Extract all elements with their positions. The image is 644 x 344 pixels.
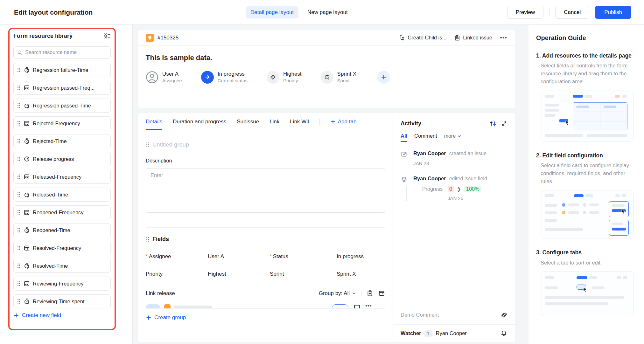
paperclip-icon[interactable] <box>500 312 507 318</box>
publish-button[interactable]: Publish <box>595 6 631 19</box>
tab-details[interactable]: Details <box>146 113 162 130</box>
resource-item[interactable]: Resolved-Frequency <box>13 241 111 255</box>
drag-handle-icon[interactable] <box>17 227 21 233</box>
resource-item[interactable]: Rejected-Frequency <box>13 116 111 130</box>
field-label-priority[interactable]: Priority <box>146 271 208 277</box>
drag-handle-icon[interactable] <box>146 237 150 242</box>
plus-icon <box>330 119 336 124</box>
resource-item[interactable]: Regression passed-Time <box>13 99 111 113</box>
comment-input[interactable] <box>401 312 497 318</box>
more-actions-button[interactable]: ••• <box>500 34 507 41</box>
resource-item[interactable]: Reviewing-Frequency <box>13 277 111 291</box>
issue-id: #150325 <box>158 35 178 41</box>
resource-item[interactable]: Reopened-Frequency <box>13 205 111 219</box>
tab-new-page-layout[interactable]: New page layout <box>307 9 348 16</box>
group-title[interactable]: Untitled group <box>152 141 189 148</box>
frequency-field-icon <box>24 245 30 251</box>
sort-order-icon[interactable] <box>490 120 496 127</box>
status-chip[interactable]: In progressCurrent status <box>201 71 248 84</box>
guide-title: Operation Guide <box>536 34 631 42</box>
drag-handle-icon[interactable] <box>17 67 21 73</box>
resource-item[interactable]: Released-Time <box>13 188 111 202</box>
field-label-assignee[interactable]: *Assignee <box>146 253 208 260</box>
drag-handle-icon[interactable] <box>17 85 21 91</box>
field-value-sprint[interactable]: Sprint X <box>337 271 385 277</box>
tab-detail-page-layout[interactable]: Detail page layout <box>246 6 298 18</box>
issue-preview-card: #150325 Create Child is... Linked issue … <box>138 30 515 108</box>
field-label-sprint[interactable]: Sprint <box>270 271 337 277</box>
priority-chip[interactable]: HighestPriority <box>267 71 302 84</box>
activity-entry: Ryan Cooperedited issue field Progress 0… <box>401 175 507 201</box>
drag-handle-icon[interactable] <box>17 299 21 304</box>
layers-icon <box>401 175 413 183</box>
resource-item[interactable]: Rejected-Time <box>13 134 111 148</box>
resource-item[interactable]: Released-Frequency <box>13 170 111 184</box>
cursor-icon <box>621 209 626 214</box>
link-release-label[interactable]: Link release <box>146 290 175 297</box>
field-value-assignee[interactable]: User A <box>208 253 270 260</box>
drag-handle-icon[interactable] <box>17 210 21 215</box>
expand-icon[interactable] <box>501 120 507 127</box>
field-label-status[interactable]: *Status <box>270 253 337 260</box>
drag-handle-icon[interactable] <box>17 103 21 108</box>
issue-type-icon <box>146 34 154 42</box>
assignee-chip[interactable]: User AAssignee <box>146 71 182 84</box>
tab-link-wil[interactable]: Link Wil <box>290 113 309 130</box>
tabs-divider <box>319 119 320 125</box>
actions-divider <box>549 9 550 16</box>
drag-handle-icon[interactable] <box>146 142 150 148</box>
activity-title: Activity <box>401 120 421 127</box>
activity-tab-all[interactable]: All <box>401 133 407 142</box>
sprint-chip[interactable]: Sprint XSprint <box>321 71 356 84</box>
collapse-panel-icon[interactable] <box>104 32 111 39</box>
plus-icon <box>13 313 19 318</box>
linked-issue-button[interactable]: Linked issue <box>454 35 492 41</box>
activity-tab-comment[interactable]: Comment <box>414 133 437 142</box>
form-resource-library-panel: Form resource library Regression failure… <box>0 25 133 344</box>
tab-link[interactable]: Link <box>270 113 279 130</box>
tab-subissue[interactable]: Subissue <box>237 113 259 130</box>
resource-item[interactable]: Regression passed-Freq... <box>13 81 111 95</box>
change-arrow-icon: ❯ <box>457 186 461 192</box>
activity-panel: Activity All Comment more <box>393 113 515 342</box>
bell-icon[interactable] <box>500 330 507 337</box>
resource-item[interactable]: Release progress <box>13 152 111 166</box>
add-field-chip[interactable] <box>377 71 390 84</box>
drag-handle-icon[interactable] <box>17 156 21 162</box>
group-by-dropdown[interactable]: Group by: All <box>319 290 356 297</box>
activity-tab-more[interactable]: more <box>444 133 461 142</box>
frequency-field-icon <box>24 209 30 216</box>
resource-item[interactable]: Regression failure-Time <box>13 63 111 77</box>
resource-item[interactable]: Resolved-Time <box>13 259 111 273</box>
create-child-issue-button[interactable]: Create Child is... <box>399 35 446 41</box>
new-value: 100% <box>464 186 481 192</box>
create-group-button[interactable]: Create group <box>146 314 385 321</box>
description-input[interactable] <box>146 168 385 213</box>
add-tab-button[interactable]: Add tab <box>330 119 357 125</box>
resource-item[interactable]: Reviewing-Time spent <box>13 294 111 308</box>
time-field-icon <box>24 102 30 109</box>
drag-handle-icon[interactable] <box>17 138 21 144</box>
drag-handle-icon[interactable] <box>17 245 21 251</box>
guide-step-body: Select a tab to sort or edit <box>536 259 632 267</box>
header-actions: Preview Cancel Publish <box>507 6 631 19</box>
drag-handle-icon[interactable] <box>17 120 21 126</box>
field-value-priority[interactable]: Highest <box>208 271 270 277</box>
drag-handle-icon[interactable] <box>17 174 21 180</box>
resource-search[interactable] <box>13 46 111 58</box>
field-value-status[interactable]: In progress <box>337 253 385 260</box>
tab-duration-progress[interactable]: Duration and progress <box>173 113 226 130</box>
create-new-field-button[interactable]: Create new field <box>13 312 111 319</box>
preview-button[interactable]: Preview <box>507 6 543 19</box>
panel-filter-icon[interactable] <box>378 290 385 297</box>
row-divider <box>146 308 385 309</box>
board-add-icon[interactable] <box>367 290 373 297</box>
time-field-icon <box>24 263 30 269</box>
watcher-count-badge: 1 <box>424 330 432 337</box>
drag-handle-icon[interactable] <box>17 281 21 286</box>
cancel-button[interactable]: Cancel <box>555 6 589 19</box>
drag-handle-icon[interactable] <box>17 192 21 197</box>
resource-item[interactable]: Reopened-Time <box>13 223 111 237</box>
search-input[interactable] <box>25 50 107 55</box>
drag-handle-icon[interactable] <box>17 263 21 269</box>
